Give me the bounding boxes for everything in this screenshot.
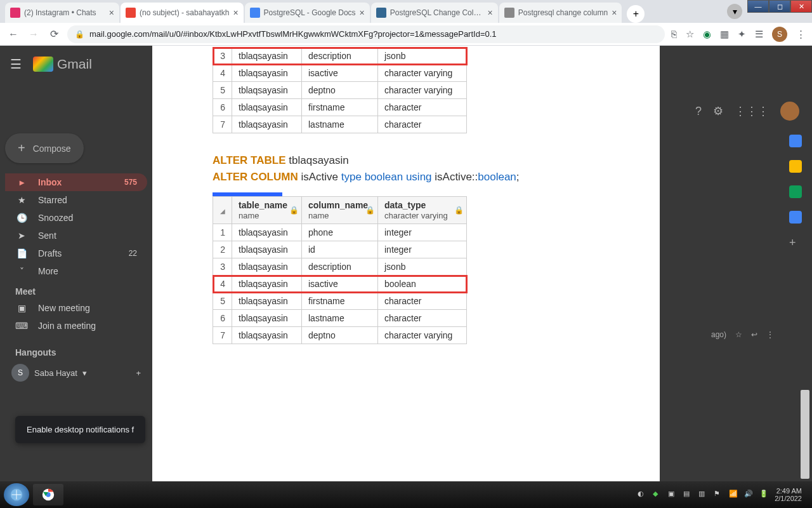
taskbar-chrome[interactable] [33,484,63,505]
cell-column: id [302,241,378,258]
tray-icon[interactable]: ▤ [683,490,693,500]
tab-title: (no subject) - sabahayatkh [140,8,229,17]
close-icon[interactable]: × [360,8,365,18]
tray-icon[interactable]: ▣ [668,490,678,500]
forward-button[interactable]: → [27,27,41,41]
col-column-name[interactable]: column_name name 🔒 [302,197,378,224]
cell-type: character varying [378,82,467,99]
close-window-button[interactable]: ✕ [790,0,812,13]
calendar-icon[interactable] [789,135,802,147]
table-row: 7 tblaqsayasin lastname character [213,116,467,133]
gmail-logo[interactable]: Gmail [33,57,92,72]
col-data-type[interactable]: data_type character varying 🔒 [378,197,467,224]
tab-instagram[interactable]: (2) Instagram • Chats × [5,3,119,23]
main-menu-icon[interactable]: ☰ [10,57,22,72]
cell-type: character [378,99,467,116]
dropdown-icon[interactable]: ▾ [82,368,87,378]
chrome-profile-button[interactable]: ▾ [727,4,742,19]
meet-new[interactable]: ▣New meeting [5,299,147,317]
sidebar-more[interactable]: ˅More [5,262,147,280]
close-icon[interactable]: × [488,8,493,18]
help-icon[interactable]: ? [695,105,702,118]
sidebar-label: More [38,266,58,276]
cell-table: tblaqsayasin [232,48,302,65]
scrollbar-thumb[interactable] [801,390,809,479]
tab-pg2[interactable]: Postgresql change column × [499,3,622,23]
tray-icon[interactable]: ▥ [698,490,709,500]
url-input[interactable]: 🔒 mail.google.com/mail/u/0/#inbox/KtbxLw… [67,25,665,43]
reading-list-icon[interactable]: ☰ [755,29,763,40]
install-icon[interactable]: ⎘ [671,29,677,39]
minimize-button[interactable]: — [747,0,769,13]
add-icon[interactable]: + [136,368,141,378]
cell-column: lastname [302,116,378,133]
close-icon[interactable]: × [612,8,617,18]
cell-column: deptno [302,327,378,344]
start-button[interactable] [4,483,29,506]
attachment-viewer: 3 tblaqsayasin description jsonb4 tblaqs… [152,46,660,481]
star-icon[interactable]: ☆ [735,330,742,339]
settings-icon[interactable]: ⚙ [713,104,723,118]
meet-join[interactable]: ⌨Join a meeting [5,317,147,335]
account-avatar[interactable] [780,102,799,121]
reply-icon[interactable]: ↩ [751,330,757,339]
toast-text: Enable desktop notifications f [27,425,134,434]
volume-icon[interactable]: 🔊 [744,490,754,500]
hangouts-user[interactable]: S Saba Hayat ▾ + [5,360,147,385]
compose-button[interactable]: + Compose [5,133,84,163]
table-row: 5 tblaqsayasin deptno character varying [213,82,467,99]
email-meta: ago) ☆ ↩ ⋮ [711,330,774,339]
address-bar: ← → ⟳ 🔒 mail.google.com/mail/u/0/#inbox/… [0,23,812,46]
sidebar-drafts[interactable]: 📄Drafts22 [5,244,147,262]
bookmark-icon[interactable]: ☆ [686,29,694,40]
extensions-icon[interactable]: ✦ [738,29,746,40]
sidebar-inbox[interactable]: ▸ Inbox 575 [5,173,147,191]
cell-column: lastname [302,310,378,327]
tasks-icon[interactable] [789,185,802,198]
tray-icon[interactable]: ◆ [653,490,663,500]
network-icon[interactable]: 📶 [729,490,739,500]
battery-icon[interactable]: 🔋 [759,490,769,500]
sidebar-starred[interactable]: ★Starred [5,191,147,209]
apps-icon[interactable]: ⋮⋮⋮ [735,104,769,118]
col-table-name[interactable]: table_name name 🔒 [232,197,302,224]
menu-icon[interactable]: ⋮ [796,29,806,40]
tab-pg1[interactable]: PostgreSQL Change Colum × [371,3,498,23]
tray-icon[interactable]: ◐ [638,490,648,500]
user-avatar: S [11,364,29,382]
keep-icon[interactable] [789,160,802,173]
close-icon[interactable]: × [233,8,238,18]
new-tab-button[interactable]: + [627,5,645,23]
notification-toast[interactable]: Enable desktop notifications f [15,416,145,443]
maximize-button[interactable]: ◻ [769,0,790,13]
table-row: 7 tblaqsayasin deptno character varying [213,327,467,344]
window-controls: — ◻ ✕ [747,0,812,13]
cell-table: tblaqsayasin [232,258,302,276]
cell-type: character varying [378,327,467,344]
db-table-after: ◢ table_name name 🔒 column_name name 🔒 [213,196,467,344]
clock[interactable]: 2:49 AM 2/1/2022 [775,487,802,502]
tab-gmail[interactable]: (no subject) - sabahayatkh × [121,3,244,23]
add-panel-icon[interactable]: + [789,236,802,249]
ext-grammarly-icon[interactable]: ◉ [703,29,711,40]
close-icon[interactable]: × [109,8,114,18]
more-icon[interactable]: ⋮ [766,330,774,339]
row-number: 3 [213,258,232,276]
tray-icon[interactable]: ⚑ [714,490,724,500]
compose-label: Compose [33,144,71,154]
cell-type: character varying [378,65,467,82]
ext-icon[interactable]: ▦ [720,29,729,40]
chevron-down-icon: ˅ [15,266,28,276]
sidebar-snoozed[interactable]: 🕒Snoozed [5,209,147,227]
contacts-icon[interactable] [789,211,802,224]
table-row: 5 tblaqsayasin firstname character [213,293,467,310]
reload-button[interactable]: ⟳ [47,27,61,41]
cell-table: tblaqsayasin [232,65,302,82]
sidebar-label: Drafts [38,248,62,258]
back-button[interactable]: ← [6,27,20,41]
sidebar-sent[interactable]: ➤Sent [5,227,147,244]
cell-table: tblaqsayasin [232,99,302,116]
tab-gdocs[interactable]: PostgreSQL - Google Docs × [245,3,370,23]
profile-avatar[interactable]: S [772,27,787,42]
cell-table: tblaqsayasin [232,241,302,258]
